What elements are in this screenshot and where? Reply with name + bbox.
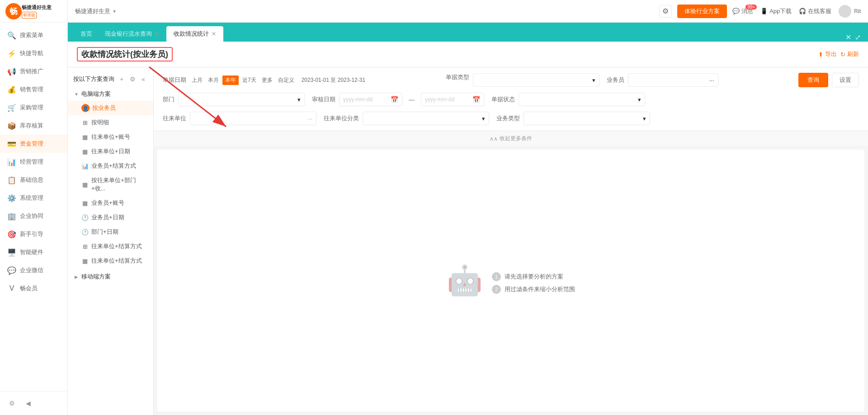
sidebar-item-guide[interactable]: 🎯 新手引导	[0, 225, 67, 243]
sidebar-settings-btn[interactable]: ⚙	[5, 397, 18, 410]
sidebar-item-purchase[interactable]: 🛒 采购管理	[0, 99, 67, 117]
scheme-item-partner-dept-receipt[interactable]: ▦ 按往来单位+部门+收...	[68, 173, 153, 196]
query-button[interactable]: 查询	[798, 73, 828, 87]
trial-button[interactable]: 体验行业方案	[677, 5, 727, 18]
scheme-item-dept-date[interactable]: 🕐 部门+日期	[68, 225, 153, 239]
scheme-group-title-desktop[interactable]: ▼ 电脑端方案	[68, 87, 153, 101]
scheme-add-btn[interactable]: +	[117, 75, 126, 84]
inventory-icon: 📦	[7, 121, 16, 130]
step-2-label: 用过滤条件来缩小分析范围	[505, 285, 575, 293]
sidebar-item-search-menu[interactable]: 🔍 搜索菜单	[0, 26, 67, 44]
message-icon: 💬	[732, 8, 740, 14]
sidebar-item-quick-nav[interactable]: ⚡ 快捷导航	[0, 44, 67, 62]
operation-icon: 📊	[7, 157, 16, 166]
group-label: 电脑端方案	[81, 90, 111, 98]
biz-type-select[interactable]: ▾	[524, 112, 650, 125]
scheme-item-partner-payment2[interactable]: ⊞ 往来单位+结算方式	[68, 239, 153, 254]
online-service-button[interactable]: 🎧 在线客服	[799, 7, 831, 15]
sidebar-item-sales[interactable]: 💰 销售管理	[0, 80, 67, 99]
settings-button[interactable]: 设置	[832, 73, 859, 87]
user-area[interactable]: Rit	[839, 5, 861, 18]
scheme-item-by-detail[interactable]: ⊞ 按明细	[68, 115, 153, 130]
export-icon: ⬆	[818, 51, 823, 58]
scheme-collapse-btn[interactable]: «	[139, 75, 148, 84]
clock-icon: 🕐	[81, 228, 89, 236]
date-tab-this-year[interactable]: 本年	[222, 75, 239, 85]
tab-close-all-icon[interactable]: ✕	[845, 33, 851, 42]
item-label: 按明细	[91, 118, 109, 127]
scheme-item-salesman-account[interactable]: ▦ 业务员+账号	[68, 196, 153, 210]
gear-button[interactable]: ⚙	[659, 5, 672, 18]
filter-actions: 查询 设置	[798, 73, 859, 87]
tab-label: 收款情况统计	[174, 30, 209, 38]
audit-date-end-placeholder: yyyy-mm-dd	[425, 96, 454, 103]
tab-close-icon[interactable]: ✕	[212, 31, 216, 37]
item-label: 业务员+日期	[91, 213, 124, 222]
scheme-item-salesman-date[interactable]: 🕐 业务员+日期	[68, 210, 153, 225]
page-header-actions: ⬆ 导出 ↻ 刷新	[818, 50, 859, 58]
sidebar-item-inventory[interactable]: 📦 库存核算	[0, 117, 67, 135]
dept-select[interactable]: ▾	[178, 93, 305, 106]
scheme-item-partner-date[interactable]: ▦ 往来单位+日期	[68, 144, 153, 159]
scheme-settings-btn[interactable]: ⚙	[128, 75, 137, 84]
messages-badge: 99+	[745, 5, 757, 9]
sidebar-item-member[interactable]: V 畅会员	[0, 279, 67, 297]
tab-receipt-stats[interactable]: 收款情况统计 ✕	[166, 26, 223, 42]
date-tab-custom[interactable]: 自定义	[276, 75, 296, 85]
scheme-item-by-salesman[interactable]: 👤 按业务员	[68, 101, 153, 115]
scheme-group-title-mobile[interactable]: ▶ 移动端方案	[68, 270, 153, 283]
date-tab-more[interactable]: 更多	[260, 75, 274, 85]
tab-bar: 首页 现金银行流水查询 ✕ 收款情况统计 ✕ ✕ ⤢	[68, 23, 868, 42]
partner-select[interactable]: ···	[190, 112, 316, 125]
table-icon: ▦	[81, 148, 89, 155]
sidebar-collapse-btn[interactable]: ◀	[22, 397, 34, 410]
tab-home[interactable]: 首页	[75, 26, 98, 42]
dots-icon: ···	[307, 115, 312, 122]
export-button[interactable]: ⬆ 导出	[818, 50, 837, 58]
sidebar-nav: 🔍 搜索菜单 ⚡ 快捷导航 📢 营销推广 💰 销售管理 🛒 采购管理 📦 库存核…	[0, 23, 67, 391]
scheme-item-partner-account[interactable]: ▦ 往来单位+账号	[68, 130, 153, 144]
sidebar-item-hardware[interactable]: 🖥️ 智能硬件	[0, 243, 67, 261]
audit-date-end[interactable]: yyyy-mm-dd 📅	[421, 93, 484, 106]
user-name: Rit	[854, 8, 861, 14]
tab-expand-icon[interactable]: ⤢	[855, 33, 861, 42]
audit-date-placeholder: yyyy-mm-dd	[343, 96, 373, 103]
filter-row-2: 部门 ▾ 审核日期 yyyy-mm-dd 📅	[163, 93, 859, 106]
sidebar-item-basic-info[interactable]: 📋 基础信息	[0, 171, 67, 189]
messages-button[interactable]: 💬 消息 99+	[732, 7, 753, 15]
doc-status-select[interactable]: ▾	[519, 93, 645, 106]
sidebar-item-capital[interactable]: 💳 资金管理	[0, 135, 67, 153]
sidebar-item-system[interactable]: ⚙️ 系统管理	[0, 189, 67, 207]
tab-bank-flow[interactable]: 现金银行流水查询 ✕	[98, 26, 166, 42]
partner-category-select[interactable]: ▾	[363, 112, 489, 125]
salesman-select[interactable]: ···	[628, 73, 718, 87]
logo-text: 畅捷通好生意 标准版	[22, 4, 52, 19]
audit-date-start[interactable]: yyyy-mm-dd 📅	[339, 93, 402, 106]
collapse-bar[interactable]: ∧∧ 收起更多条件	[154, 131, 868, 146]
refresh-button[interactable]: ↻ 刷新	[840, 50, 859, 58]
item-label: 往来单位+账号	[91, 133, 130, 141]
sidebar-item-label: 智能硬件	[20, 248, 43, 256]
breadcrumb-dropdown-icon[interactable]: ▾	[113, 8, 116, 14]
scheme-item-salesman-payment[interactable]: 📊 业务员+结算方式	[68, 159, 153, 173]
doc-type-select[interactable]: ▾	[473, 73, 599, 87]
filter-dept-item: 部门 ▾	[163, 93, 305, 106]
sidebar-item-marketing[interactable]: 📢 营销推广	[0, 62, 67, 80]
tab-close-icon[interactable]: ✕	[155, 31, 159, 37]
sidebar-bottom: ⚙ ◀	[0, 391, 67, 415]
item-label: 按业务员	[92, 104, 116, 112]
filter-row-3: 往来单位 ··· 往来单位分类 ▾	[163, 112, 859, 125]
scheme-item-partner-payment3[interactable]: ▦ 往来单位+结算方式	[68, 254, 153, 268]
doc-status-label: 单据状态	[491, 95, 515, 104]
calendar-icon[interactable]: 📅	[472, 96, 480, 103]
app-download-button[interactable]: 📱 App下载	[760, 7, 792, 15]
date-label: 单据日期	[163, 76, 186, 84]
sidebar-item-label: 库存核算	[20, 122, 43, 130]
date-tab-last7[interactable]: 近7天	[241, 75, 258, 85]
sidebar-item-operation[interactable]: 📊 经营管理	[0, 153, 67, 171]
date-tab-last-month[interactable]: 上月	[190, 75, 204, 85]
sidebar-item-enterprise[interactable]: 🏢 企业协同	[0, 207, 67, 225]
sidebar-item-wechat[interactable]: 💬 企业微信	[0, 261, 67, 279]
calendar-icon[interactable]: 📅	[391, 96, 398, 103]
date-tab-this-month[interactable]: 本月	[206, 75, 221, 85]
